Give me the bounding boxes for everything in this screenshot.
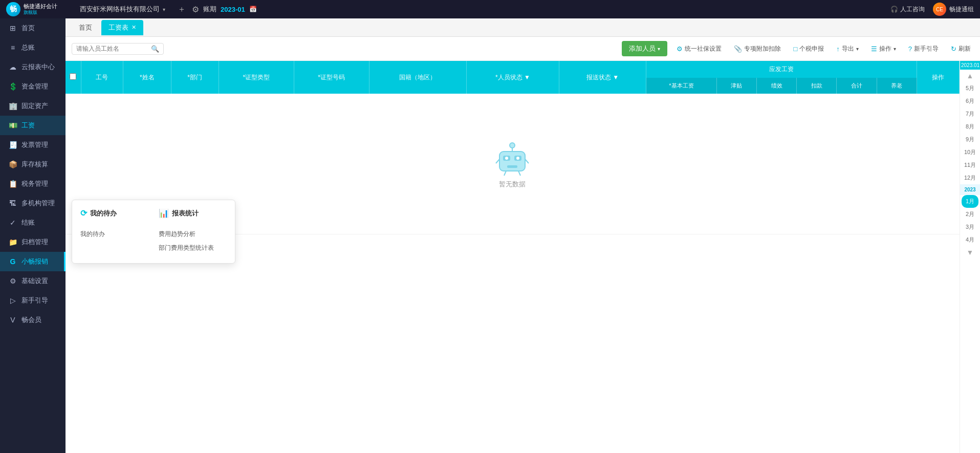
avatar: CE [933, 3, 946, 16]
timeline-down-nav[interactable]: ▼ [960, 246, 980, 258]
popup-col-report-title: 📊 报表统计 [159, 208, 227, 221]
svg-rect-0 [499, 152, 525, 171]
timeline-month-11[interactable]: 11月 [960, 159, 980, 171]
operate-button[interactable]: ☰ 操作 ▾ [868, 42, 899, 55]
sidebar-item-basic[interactable]: ⚙ 基础设置 [0, 271, 66, 291]
invoice-icon: 🧾 [8, 141, 17, 149]
timeline-month-10[interactable]: 10月 [960, 146, 980, 159]
timeline-month-9[interactable]: 9月 [960, 133, 980, 146]
select-all-checkbox[interactable] [70, 73, 76, 80]
service-button[interactable]: 🎧 人工咨询 [890, 5, 925, 14]
popup-col-report: 📊 报表统计 费用趋势分析 部门费用类型统计表 [159, 208, 227, 255]
timeline-month-5[interactable]: 5月 [960, 82, 980, 95]
filter-icon[interactable]: ▼ [524, 74, 530, 81]
archive-icon: 📁 [8, 238, 17, 246]
basic-icon: ⚙ [8, 277, 17, 285]
add-icon[interactable]: ＋ [178, 4, 186, 15]
guide-button[interactable]: ? 新手引导 [905, 42, 942, 55]
settlement-icon: ✓ [8, 219, 17, 227]
refresh-button[interactable]: ↻ 刷新 [948, 42, 974, 55]
timeline-month-8[interactable]: 8月 [960, 120, 980, 133]
social-settings-button[interactable]: ⚙ 统一社保设置 [673, 42, 725, 55]
logo-area: 畅 畅捷通好会计 旗舰版 [6, 2, 72, 16]
add-person-button[interactable]: 添加人员 ▾ [622, 41, 667, 56]
export-icon: ↑ [836, 45, 840, 53]
refresh-icon: ↻ [951, 45, 956, 53]
sidebar-item-salary[interactable]: 💵 工资 [0, 116, 66, 135]
popup-item-todo[interactable]: 我的待办 [80, 227, 148, 241]
export-button[interactable]: ↑ 导出 ▾ [833, 42, 862, 55]
timeline-header: 2023.01 [960, 61, 980, 70]
toolbar-right: 添加人员 ▾ ⚙ 统一社保设置 📎 专项附加扣除 □ 个税申报 ↑ 导出 [622, 41, 974, 56]
sub-pension: 养老 [877, 78, 917, 94]
col-dept: *部门 [171, 61, 219, 94]
timeline-month-6[interactable]: 6月 [960, 95, 980, 107]
assets-icon: 🏢 [8, 102, 17, 110]
timeline-month-12[interactable]: 12月 [960, 171, 980, 184]
svg-point-7 [510, 143, 515, 148]
sidebar-item-assets[interactable]: 🏢 固定资产 [0, 96, 66, 116]
special-icon: 📎 [734, 45, 742, 53]
timeline-month-2[interactable]: 2月 [960, 208, 980, 221]
calendar-icon[interactable]: 📅 [249, 6, 257, 13]
svg-point-4 [505, 157, 508, 160]
empty-illustration [492, 139, 533, 180]
sidebar-item-settlement[interactable]: ✓ 结账 [0, 213, 66, 232]
todo-icon: ⟳ [80, 208, 87, 218]
settings-icon[interactable]: ⚙ [192, 5, 199, 14]
timeline-up-nav[interactable]: ▲ [960, 70, 980, 82]
timeline-month-7[interactable]: 7月 [960, 107, 980, 120]
col-report-status: 报送状态 ▼ [559, 61, 646, 94]
sidebar-item-multi[interactable]: 🏗 多机构管理 [0, 193, 66, 213]
report-filter-icon[interactable]: ▼ [613, 74, 619, 81]
sub-performance: 绩效 [756, 78, 796, 94]
popup-item-cost-trend[interactable]: 费用趋势分析 [159, 227, 227, 241]
col-name: *姓名 [123, 61, 171, 94]
popup-col-todo-title: ⟳ 我的待办 [80, 208, 148, 221]
sidebar-item-invoice[interactable]: 🧾 发票管理 [0, 135, 66, 155]
timeline-month-3[interactable]: 3月 [960, 221, 980, 233]
company-selector[interactable]: 西安虾米网络科技有限公司 ▾ [76, 3, 169, 16]
col-cert-no: *证型号码 [294, 61, 369, 94]
tab-home[interactable]: 首页 [72, 20, 99, 35]
popup-cols: ⟳ 我的待办 我的待办 📊 报表统计 费用趋势分析 部门费用类型统计表 [80, 208, 227, 255]
timeline-month-1[interactable]: 1月 [962, 195, 978, 208]
toolbar: 🔍 添加人员 ▾ ⚙ 统一社保设置 📎 专项附加扣除 □ 个税申报 [66, 37, 980, 61]
operate-icon: ☰ [871, 45, 877, 53]
sub-allowance: 津贴 [716, 78, 756, 94]
special-deduction-button[interactable]: 📎 专项附加扣除 [731, 42, 784, 55]
tax-report-button[interactable]: □ 个税申报 [790, 42, 827, 55]
logo-icon: 畅 [6, 2, 20, 16]
sidebar-item-guide[interactable]: ▷ 新手引导 [0, 291, 66, 310]
sidebar-item-funds[interactable]: 💲 资金管理 [0, 77, 66, 96]
top-bar: 畅 畅捷通好会计 旗舰版 西安虾米网络科技有限公司 ▾ ＋ ⚙ 账期 2023-… [0, 0, 980, 18]
sidebar-item-inventory[interactable]: 📦 库存核算 [0, 155, 66, 174]
sidebar-item-tax[interactable]: 📋 税务管理 [0, 174, 66, 193]
user-area[interactable]: CE 畅捷通组 [933, 3, 974, 16]
search-input[interactable] [76, 45, 149, 52]
svg-line-9 [525, 159, 529, 163]
operate-chevron-icon: ▾ [894, 46, 896, 52]
sidebar-item-home[interactable]: ⊞ 首页 [0, 18, 66, 38]
sidebar: ⊞ 首页 ≡ 总账 ☁ 云报表中心 💲 资金管理 🏢 固定资产 💵 工资 🧾 发… [0, 18, 66, 453]
tab-bar: 首页 工资表 ✕ [66, 18, 980, 37]
sidebar-item-member[interactable]: V 畅会员 [0, 310, 66, 330]
search-icon[interactable]: 🔍 [151, 45, 159, 53]
svg-rect-3 [507, 165, 517, 168]
sidebar-item-xpay[interactable]: G 小畅报销 [0, 252, 66, 271]
popup-item-dept-cost[interactable]: 部门费用类型统计表 [159, 241, 227, 255]
svg-line-10 [504, 171, 506, 176]
search-wrap: 🔍 [72, 43, 164, 55]
tab-close-icon[interactable]: ✕ [132, 24, 136, 31]
svg-line-11 [518, 171, 520, 176]
headset-icon: 🎧 [890, 6, 898, 13]
sidebar-item-ledger[interactable]: ≡ 总账 [0, 38, 66, 57]
timeline-month-4[interactable]: 4月 [960, 233, 980, 246]
salary-icon: 💵 [8, 121, 17, 130]
tax-icon: 📋 [8, 180, 17, 188]
sub-total: 合计 [837, 78, 877, 94]
sidebar-item-archive[interactable]: 📁 归档管理 [0, 232, 66, 252]
cloud-icon: ☁ [8, 63, 17, 71]
sidebar-item-cloud[interactable]: ☁ 云报表中心 [0, 57, 66, 77]
tab-salary[interactable]: 工资表 ✕ [101, 20, 143, 35]
